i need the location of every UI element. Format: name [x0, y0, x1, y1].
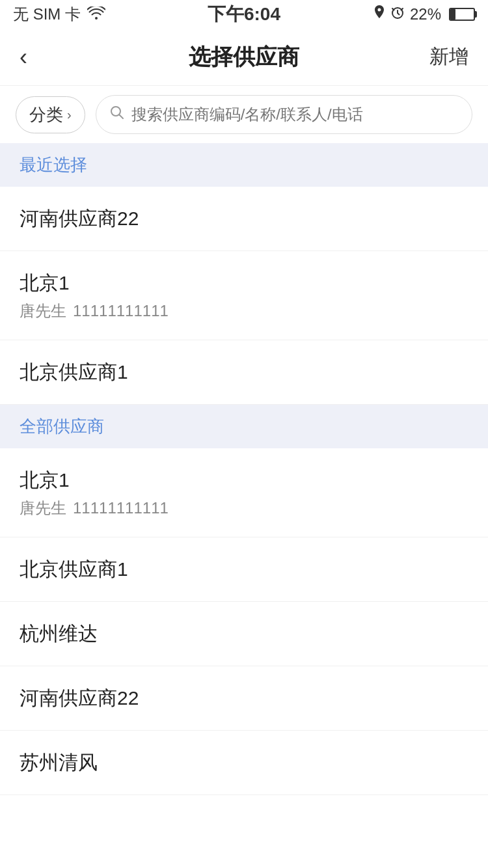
status-bar: 无 SIM 卡 下午6:04 22%: [0, 0, 488, 29]
alarm-icon: [390, 5, 405, 23]
list-item[interactable]: 河南供应商22: [0, 187, 488, 251]
list-item[interactable]: 北京1唐先生11111111111: [0, 448, 488, 537]
item-phone: 11111111111: [73, 302, 169, 319]
list-item[interactable]: 北京供应商1: [0, 340, 488, 405]
item-name: 河南供应商22: [20, 685, 468, 712]
location-icon: [373, 5, 385, 23]
search-icon: [109, 105, 125, 124]
back-button[interactable]: ‹: [20, 44, 59, 71]
item-phone: 11111111111: [73, 499, 169, 517]
list-item[interactable]: 苏州清风: [0, 731, 488, 795]
item-contact: 唐先生: [20, 302, 66, 319]
recent-section-label: 最近选择: [20, 155, 87, 174]
search-box: [96, 95, 472, 134]
recent-items-list: 河南供应商22北京1唐先生11111111111北京供应商1: [0, 187, 488, 405]
list-item[interactable]: 北京1唐先生11111111111: [0, 251, 488, 340]
item-name: 河南供应商22: [20, 205, 468, 232]
all-section-label: 全部供应商: [20, 416, 104, 436]
item-name: 北京供应商1: [20, 556, 468, 583]
list-item[interactable]: 北京供应商1: [0, 537, 488, 602]
carrier-label: 无 SIM 卡: [13, 4, 81, 25]
status-time: 下午6:04: [208, 2, 280, 27]
item-sub: 唐先生11111111111: [20, 498, 468, 519]
item-name: 北京1: [20, 467, 468, 494]
item-name: 北京供应商1: [20, 359, 468, 386]
category-label: 分类: [29, 103, 63, 126]
nav-bar: ‹ 选择供应商 新增: [0, 29, 488, 86]
status-right: 22%: [373, 5, 475, 23]
chevron-right-icon: ›: [67, 107, 72, 122]
filter-bar: 分类 ›: [0, 86, 488, 143]
add-button[interactable]: 新增: [429, 44, 468, 70]
status-left: 无 SIM 卡: [13, 4, 105, 25]
item-name: 苏州清风: [20, 749, 468, 776]
battery-icon: [449, 8, 475, 21]
all-items-list: 北京1唐先生11111111111北京供应商1杭州维达河南供应商22苏州清风: [0, 448, 488, 795]
item-name: 杭州维达: [20, 620, 468, 647]
all-section-header: 全部供应商: [0, 405, 488, 448]
recent-section-header: 最近选择: [0, 143, 488, 187]
wifi-icon: [87, 5, 105, 23]
page-title: 选择供应商: [189, 42, 299, 72]
search-input[interactable]: [131, 105, 459, 124]
item-sub: 唐先生11111111111: [20, 301, 468, 321]
battery-percent: 22%: [410, 5, 441, 23]
item-name: 北京1: [20, 269, 468, 297]
item-contact: 唐先生: [20, 499, 66, 517]
list-item[interactable]: 杭州维达: [0, 602, 488, 666]
list-item[interactable]: 河南供应商22: [0, 666, 488, 731]
category-button[interactable]: 分类 ›: [16, 96, 85, 133]
